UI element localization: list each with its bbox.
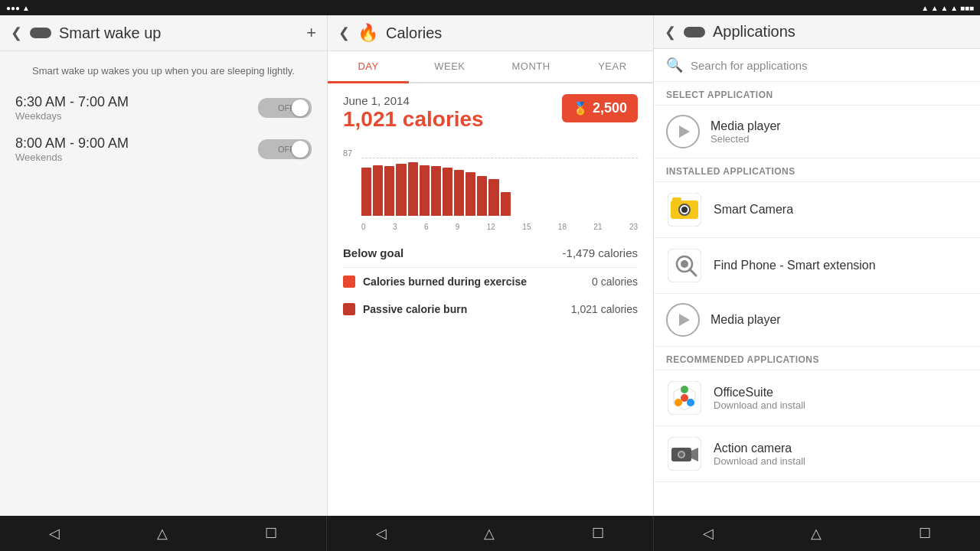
- x-label-9: 9: [456, 223, 460, 231]
- chart-x-labels: 03691215182123: [361, 223, 638, 231]
- panel1-header: ❮ Smart wake up +: [0, 15, 327, 51]
- panel2-header: ❮ 🔥 Calories: [328, 15, 653, 51]
- panel1-back-chevron[interactable]: ❮: [11, 24, 22, 41]
- bar-12: [501, 192, 511, 216]
- tab-month[interactable]: MONTH: [491, 51, 572, 82]
- svg-point-4: [681, 207, 688, 213]
- app-action-camera[interactable]: Action camera Download and install: [654, 426, 980, 482]
- tab-day[interactable]: DAY: [328, 51, 409, 83]
- home-button-3[interactable]: △: [803, 522, 829, 545]
- installed-apps-header: INSTALLED APPLICATIONS: [654, 158, 980, 182]
- legend-passive-value: 1,021 calories: [571, 303, 638, 315]
- app-officesuite[interactable]: OfficeSuite Download and install: [654, 370, 980, 426]
- bar-11: [488, 179, 498, 216]
- chart-y-label: 87: [343, 148, 352, 158]
- back-button-2[interactable]: ◁: [368, 522, 394, 545]
- media-player-name: Media player: [710, 313, 968, 327]
- recent-button-2[interactable]: ☐: [584, 522, 612, 545]
- media-player-triangle: [679, 314, 690, 326]
- bottom-nav-panel2: ◁ △ ☐: [327, 516, 654, 551]
- app-smart-camera[interactable]: Smart Camera: [654, 182, 980, 238]
- panel1-content: Smart wake up wakes you up when you are …: [0, 51, 327, 516]
- alarm-2-toggle-knob: [292, 141, 309, 158]
- home-button-2[interactable]: △: [476, 522, 502, 545]
- alarm-item-1: 6:30 AM - 7:00 AM Weekdays OFF: [15, 94, 312, 122]
- bottom-nav-panel3: ◁ △ ☐: [654, 516, 980, 551]
- alarm-1-toggle[interactable]: OFF: [258, 98, 312, 118]
- bars-container: [361, 162, 638, 216]
- bar-9: [466, 172, 475, 216]
- app-media-player[interactable]: Media player: [654, 294, 980, 347]
- recent-button-1[interactable]: ☐: [257, 522, 285, 545]
- legend-passive-dot: [343, 303, 355, 315]
- bar-6: [431, 166, 441, 216]
- smart-camera-icon: [666, 191, 703, 228]
- home-button-1[interactable]: △: [149, 522, 175, 545]
- back-button-1[interactable]: ◁: [41, 522, 67, 545]
- legend-passive-left: Passive calorie burn: [343, 303, 467, 315]
- panel3-back-chevron[interactable]: ❮: [665, 24, 676, 41]
- svg-point-14: [675, 399, 682, 406]
- main-panels: ❮ Smart wake up + Smart wake up wakes yo…: [0, 15, 980, 516]
- bar-0: [361, 168, 371, 216]
- action-camera-icon: [666, 435, 703, 472]
- alarm-1-toggle-knob: [292, 99, 309, 116]
- legend-passive-label: Passive calorie burn: [363, 303, 467, 315]
- find-phone-icon: [666, 247, 703, 284]
- media-player-icon: [666, 303, 700, 337]
- bottom-nav-panel1: ◁ △ ☐: [0, 516, 327, 551]
- status-left: ●●● ▲: [6, 4, 30, 12]
- alarm-1-time: 6:30 AM - 7:00 AM: [15, 94, 129, 110]
- panel2-back-chevron[interactable]: ❮: [338, 24, 350, 41]
- back-button-3[interactable]: ◁: [695, 522, 721, 545]
- select-app-header: SELECT APPLICATION: [654, 82, 980, 106]
- goal-badge: 🏅 2,500: [562, 94, 638, 122]
- status-bar: ●●● ▲ ▲ ▲ ▲ ▲ ■■■: [0, 0, 980, 15]
- bar-2: [384, 166, 394, 216]
- svg-point-8: [681, 260, 688, 268]
- legend-exercise: Calories burned during exercise 0 calori…: [343, 268, 638, 295]
- alarm-item-2: 8:00 AM - 9:00 AM Weekends OFF: [15, 135, 312, 163]
- tab-week[interactable]: WEEK: [409, 51, 490, 82]
- calories-content: June 1, 2014 1,021 calories 🏅 2,500 87 0…: [328, 83, 653, 516]
- bar-5: [420, 165, 430, 216]
- panel1-add-button[interactable]: +: [306, 23, 316, 43]
- x-label-6: 6: [424, 223, 429, 231]
- bar-chart: 87 03691215182123: [343, 147, 638, 231]
- panel1-subtitle: Smart wake up wakes you up when you are …: [15, 64, 312, 79]
- smart-camera-info: Smart Camera: [714, 203, 968, 217]
- media-player-info: Media player: [710, 313, 968, 327]
- officesuite-name: OfficeSuite: [714, 386, 968, 399]
- find-phone-info: Find Phone - Smart extension: [714, 259, 968, 272]
- app-find-phone[interactable]: Find Phone - Smart extension: [654, 238, 980, 294]
- x-label-12: 12: [487, 223, 495, 231]
- bar-8: [454, 170, 464, 216]
- x-label-18: 18: [558, 223, 567, 231]
- select-app-media-player[interactable]: Media player Selected: [654, 106, 980, 158]
- panel-applications: ❮ Applications 🔍 Search for applications…: [654, 15, 980, 516]
- x-label-0: 0: [361, 223, 366, 231]
- recommended-apps-header: RECOMMENDED APPLICATIONS: [654, 347, 980, 370]
- smart-camera-name: Smart Camera: [714, 203, 968, 217]
- play-triangle: [679, 126, 690, 138]
- calories-main: 1,021 calories: [343, 107, 484, 132]
- bar-10: [477, 176, 487, 216]
- tab-year[interactable]: YEAR: [572, 51, 653, 82]
- alarm-2-toggle[interactable]: OFF: [258, 139, 312, 159]
- action-camera-name: Action camera: [714, 442, 968, 455]
- bar-3: [396, 164, 406, 216]
- below-goal-row: Below goal -1,479 calories: [343, 239, 638, 268]
- below-goal-value: -1,479 calories: [563, 246, 638, 259]
- alarm-2-time: 8:00 AM - 9:00 AM: [15, 135, 129, 152]
- flame-icon: 🔥: [358, 23, 378, 43]
- legend-exercise-label: Calories burned during exercise: [363, 276, 527, 288]
- panel-calories: ❮ 🔥 Calories DAY WEEK MONTH YEAR June 1,…: [328, 15, 654, 516]
- legend-exercise-dot: [343, 276, 355, 288]
- recent-button-3[interactable]: ☐: [911, 522, 939, 545]
- bar-1: [373, 165, 383, 216]
- goal-number: 2,500: [593, 100, 627, 116]
- officesuite-icon: [666, 380, 703, 416]
- find-phone-name: Find Phone - Smart extension: [714, 259, 968, 272]
- select-app-sub: Selected: [710, 133, 968, 145]
- search-bar[interactable]: 🔍 Search for applications: [654, 49, 980, 82]
